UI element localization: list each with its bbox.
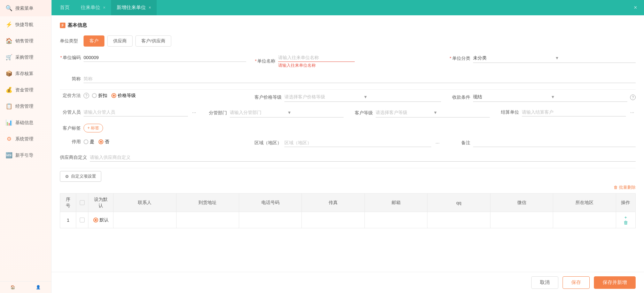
sidebar-bottom-user[interactable]: 👤 xyxy=(36,285,41,290)
radio-no-label: 否 xyxy=(105,139,109,145)
pricing-help-icon[interactable]: ? xyxy=(84,93,89,98)
cancel-button[interactable]: 取消 xyxy=(531,276,558,289)
settlement-more-icon[interactable]: ··· xyxy=(629,109,636,115)
radio-yes-label: 是 xyxy=(90,139,94,145)
unit-name-input[interactable] xyxy=(278,54,355,62)
delete-row-button[interactable]: 🗑 xyxy=(623,220,628,225)
th-default: 设为默认 xyxy=(88,194,113,212)
radio-discount-circle xyxy=(92,93,97,98)
sidebar-item-label: 经营管理 xyxy=(15,103,33,109)
sidebar-item-purchase[interactable]: 🛒 采购管理 xyxy=(0,49,51,65)
tab-home[interactable]: 首页 xyxy=(54,0,75,15)
sidebar-item-search[interactable]: 🔍 搜索菜单 xyxy=(0,0,51,16)
divider1 xyxy=(60,89,636,90)
unit-category-label: 单位分类 xyxy=(449,55,470,62)
cell-qq[interactable] xyxy=(427,212,490,228)
radio-price-level[interactable]: 价格等级 xyxy=(111,92,136,99)
select-all-checkbox[interactable] xyxy=(80,200,85,205)
chart-icon: 📊 xyxy=(6,119,13,126)
unit-type-supplier-btn[interactable]: 供应商 xyxy=(107,35,133,47)
wechat-input[interactable] xyxy=(494,218,549,223)
region-field: 区域（地区） ··· xyxy=(254,139,441,147)
cell-action: + 🗑 xyxy=(616,212,635,228)
th-action: 操作 xyxy=(616,194,635,212)
unit-code-input[interactable] xyxy=(84,54,246,62)
customer-price-level-select[interactable]: 请选择客户价格等级 ▼ xyxy=(284,92,441,102)
phone-input[interactable] xyxy=(243,218,298,223)
unit-type-both-btn[interactable]: 客户/供应商 xyxy=(135,35,171,47)
unit-code-field: 单位编码 xyxy=(60,54,246,62)
cell-phone[interactable] xyxy=(239,212,301,228)
customer-level-select[interactable]: 请选择客户等级 ▼ xyxy=(376,108,490,117)
sidebar-item-basicinfo[interactable]: 📊 基础信息 xyxy=(0,114,51,131)
department-select[interactable]: 请输入分管部门 ▼ xyxy=(230,108,344,117)
region-input[interactable] xyxy=(284,139,431,147)
qq-input[interactable] xyxy=(431,218,487,223)
close-all-button[interactable]: × xyxy=(630,5,641,11)
unit-type-customer-btn[interactable]: 客户 xyxy=(84,35,104,47)
manager-input[interactable] xyxy=(84,108,188,116)
sidebar-item-label: 资金管理 xyxy=(15,87,33,93)
disabled-label: 停用 xyxy=(60,139,81,145)
short-name-label: 简称 xyxy=(60,76,81,82)
payment-help-icon[interactable]: ? xyxy=(630,95,636,100)
sidebar-item-guide[interactable]: 🆕 新手引导 xyxy=(0,147,51,163)
sidebar-item-inventory[interactable]: 📦 库存核算 xyxy=(0,65,51,82)
sidebar-bottom-home[interactable]: 🏠 xyxy=(10,285,15,290)
email-input[interactable] xyxy=(368,218,424,223)
radio-yes[interactable]: 是 xyxy=(84,139,94,145)
region-more-icon[interactable]: ··· xyxy=(434,140,441,146)
manager-more-icon[interactable]: ··· xyxy=(191,109,198,115)
default-radio[interactable]: 默认 xyxy=(92,217,110,223)
tab-partners[interactable]: 往来单位 × xyxy=(75,0,111,15)
fax-input[interactable] xyxy=(305,218,361,223)
sidebar-item-sales[interactable]: 🏠 销售管理 xyxy=(0,33,51,49)
short-name-input[interactable] xyxy=(84,75,636,83)
tab-bar: 首页 往来单位 × 新增往来单位 × × xyxy=(52,0,644,15)
th-fax: 传真 xyxy=(302,194,364,212)
settlement-unit-input[interactable] xyxy=(522,108,626,116)
supplier-custom-input[interactable] xyxy=(90,153,636,162)
tab-new-partner[interactable]: 新增往来单位 × xyxy=(111,0,157,15)
sidebar-item-finance[interactable]: 💰 资金管理 xyxy=(0,82,51,98)
radio-discount[interactable]: 折扣 xyxy=(92,92,107,99)
address-input[interactable] xyxy=(180,218,235,223)
sidebar-item-operations[interactable]: 📋 经营管理 xyxy=(0,98,51,114)
contact-input[interactable] xyxy=(117,218,172,223)
cell-contact[interactable] xyxy=(113,212,176,228)
custom-settings-button[interactable]: ⚙ 自定义项设置 xyxy=(60,171,101,182)
sidebar-item-quicknav[interactable]: ⚡ 快捷导航 xyxy=(0,16,51,33)
tab-partners-close[interactable]: × xyxy=(103,5,105,10)
form-content: F 基本信息 单位类型 客户 供应商 客户/供应商 单位编码 单位名称 xyxy=(52,15,644,272)
sidebar-item-label: 基础信息 xyxy=(15,120,33,126)
row-region-input[interactable] xyxy=(557,218,612,223)
tab-new-partner-close[interactable]: × xyxy=(149,5,151,10)
money-icon: 💰 xyxy=(6,87,13,93)
payment-terms-select[interactable]: 现结 ▼ xyxy=(473,92,627,102)
tags-label: 客户标签 xyxy=(60,125,81,131)
remarks-input[interactable] xyxy=(473,139,636,147)
add-tag-button[interactable]: + 标签 xyxy=(84,124,103,132)
radio-price-level-circle xyxy=(111,93,116,98)
cart-icon: 🛒 xyxy=(6,54,13,60)
unit-category-select[interactable]: 未分类 ▼ xyxy=(473,54,636,63)
batch-delete-button[interactable]: 🗑 批量删除 xyxy=(60,185,636,190)
cell-wechat[interactable] xyxy=(490,212,553,228)
save-new-button[interactable]: 保存并新增 xyxy=(594,276,636,289)
section-title-text: 基本信息 xyxy=(68,22,87,29)
radio-no[interactable]: 否 xyxy=(99,139,109,145)
row-checkbox[interactable] xyxy=(80,218,85,222)
add-row-button[interactable]: + xyxy=(625,215,627,220)
save-button[interactable]: 保存 xyxy=(563,276,590,289)
cell-address[interactable] xyxy=(176,212,239,228)
sidebar-item-system[interactable]: ⚙ 系统管理 xyxy=(0,131,51,147)
cell-region[interactable] xyxy=(553,212,616,228)
pricing-method-label: 定价方法 xyxy=(60,92,81,99)
cell-email[interactable] xyxy=(364,212,427,228)
tab-partners-label: 往来单位 xyxy=(81,5,100,11)
cell-fax[interactable] xyxy=(302,212,364,228)
section-icon: F xyxy=(60,23,65,28)
home-icon: 🏠 xyxy=(6,38,13,44)
row-pricing: 定价方法 ? 折扣 价格等级 客户价格等级 请选择客户价格等级 xyxy=(60,92,636,102)
cell-no: 1 xyxy=(60,212,76,228)
